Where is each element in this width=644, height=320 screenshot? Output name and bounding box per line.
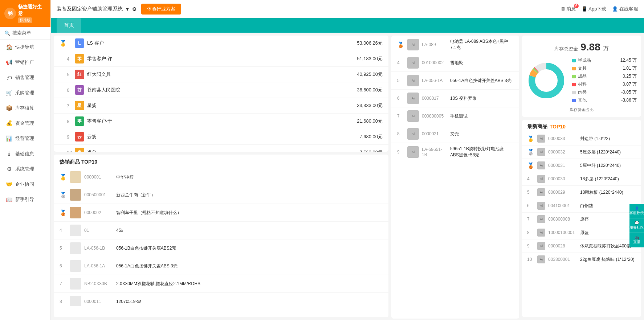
sidebar-item-label: 资金管理 — [15, 120, 34, 127]
sidebar-item-label: 库存核算 — [15, 105, 34, 111]
sidebar-menu: 🏠 快捷导航 📢 营销推广 🏷 销售管理 🛒 采购管理 📦 库存核算 💰 资金管… — [0, 40, 50, 320]
inventory-unit: 万 — [603, 45, 609, 52]
list-item: 4 01 45# — [54, 222, 388, 239]
sidebar-item-basic-info[interactable]: ℹ 基础信息 — [0, 146, 50, 161]
avatar: 红 — [75, 70, 84, 79]
float-btn-service[interactable]: 👤 客服热线 — [629, 204, 644, 218]
product-name: 59651-1B旋转投影灯电池盒 ABS黑色+58壳 — [450, 146, 513, 158]
hot-products-scroll[interactable]: 🥇 0000001 中华神箭 🥈 000500001 新西兰牛肉（新牛） 🥉 — [54, 168, 388, 306]
newest-products-scroll[interactable]: 🥇 Ai 0000033 封边带 (1.0*22) 🥈 Ai 0000032 5… — [522, 132, 641, 317]
app-name: 畅捷通好生意 — [18, 4, 46, 17]
product-thumb: Ai — [537, 175, 545, 183]
left-column: 🥇 L LS 客户 53,006.26元 4 零 零售客户·许 51,183.0… — [51, 33, 390, 320]
rank-num: 8 — [67, 119, 75, 124]
product-thumb: Ai — [407, 57, 419, 69]
inventory-chart-wrap: 半成品 12.45 万 文具 1.01 万 成品 0.25 万 — [526, 54, 637, 106]
table-row: 9 云 云扬 7,680.00元 — [54, 129, 388, 145]
sidebar-item-label: 基础信息 — [15, 151, 34, 157]
app-badge: 标准版 — [18, 17, 32, 23]
float-btn-community[interactable]: 💬 服务社区 — [629, 218, 644, 233]
avatar: 肖 — [75, 148, 84, 152]
mid-product-scroll[interactable]: 🥉 Ai LA-089 电池盖 LA-089 ABS本色+黑种 7.1克 4 A… — [391, 36, 519, 161]
product-code: 0000021 — [422, 131, 447, 136]
product-thumb: Ai — [407, 75, 419, 86]
medal-bronze-mid: 🥉 — [397, 41, 404, 48]
product-code: LA-056-1A — [422, 78, 447, 83]
legend-item: 文具 1.01 万 — [572, 65, 637, 71]
sidebar-item-inventory[interactable]: 📦 库存核算 — [0, 100, 50, 116]
operations-icon: 📊 — [6, 135, 12, 142]
app-download[interactable]: 📱 App下载 — [582, 6, 606, 12]
product-image — [70, 278, 81, 290]
online-service[interactable]: 👤 在线客服 — [612, 6, 638, 12]
medal-bronze: 🥉 — [60, 209, 67, 216]
legend-color — [572, 67, 576, 70]
sidebar-item-finance[interactable]: 💰 资金管理 — [0, 116, 50, 131]
product-image — [70, 260, 81, 272]
search-menu-item[interactable]: 🔍 搜索菜单 — [0, 27, 50, 40]
product-code: LA-089 — [422, 42, 447, 47]
product-image — [70, 171, 81, 183]
live-icon: 📺 — [635, 235, 639, 239]
sidebar-item-label: 系统管理 — [15, 166, 34, 172]
list-item: 10 Ai 003800001 22g鱼豆腐·烧烤味 (1*12*20) — [522, 253, 641, 266]
product-image — [70, 296, 81, 306]
sidebar-item-quick-nav[interactable]: 🏠 快捷导航 — [0, 40, 50, 55]
product-name: 夹壳 — [450, 131, 513, 137]
product-thumb: Ai — [407, 128, 419, 140]
search-icon: 🔍 — [4, 30, 10, 36]
guide-icon: 📖 — [6, 196, 12, 203]
medal-bronze: 🥉 — [527, 162, 534, 169]
trial-button[interactable]: 体验行业方案 — [141, 4, 181, 15]
rank-num: 4 — [67, 56, 75, 62]
sidebar-item-purchase[interactable]: 🛒 采购管理 — [0, 85, 50, 100]
search-menu-label: 搜索菜单 — [12, 30, 31, 36]
product-thumb: Ai — [407, 93, 419, 104]
product-code: 001000002 — [422, 60, 447, 65]
sidebar-item-operations[interactable]: 📊 经营管理 — [0, 131, 50, 146]
sidebar-item-marketing[interactable]: 📢 营销推广 — [0, 55, 50, 70]
list-item: 8 Ai 0000021 夹壳 — [391, 125, 519, 143]
table-row: 5 红 红太阳文具 40,925.00元 — [54, 67, 388, 82]
customer-ranking-table: 🥇 L LS 客户 53,006.26元 4 零 零售客户·许 51,183.0… — [54, 36, 388, 152]
list-item: 🥈 Ai 0000032 5厘多层 (1220*2440) — [522, 145, 641, 159]
avatar: 星 — [75, 101, 84, 110]
inventory-label: 库存总资金 — [554, 46, 578, 52]
sidebar-item-system[interactable]: ⚙ 系统管理 — [0, 161, 50, 177]
legend-item: 肉类 -0.05 万 — [572, 89, 637, 95]
sidebar-item-sales[interactable]: 🏷 销售管理 — [0, 70, 50, 85]
sidebar-item-guide[interactable]: 📖 新手引导 — [0, 192, 50, 207]
enterprise-icon: 🤝 — [6, 181, 12, 188]
message-badge[interactable]: 🖥 消息 6 — [561, 6, 576, 12]
newest-products-title: 最新商品 TOP10 — [522, 120, 641, 132]
right-column: 库存总资金 9.88 万 — [521, 33, 644, 320]
list-item: 8 Ai 10000100001 原盔 — [522, 226, 641, 239]
product-name: 10S 变料罗浆 — [450, 95, 513, 102]
newest-products-panel: 最新商品 TOP10 🥇 Ai 0000033 封边带 (1.0*22) 🥈 A… — [522, 120, 641, 317]
medal-icon: 🥇 — [60, 40, 67, 47]
legend-color — [572, 59, 576, 62]
tab-home[interactable]: 首页 — [57, 18, 81, 33]
product-thumb: Ai — [407, 146, 419, 158]
sidebar-item-enterprise[interactable]: 🤝 企业协同 — [0, 177, 50, 192]
table-row: 4 零 零售客户·许 51,183.00元 — [54, 51, 388, 67]
list-item: 🥇 Ai 0000033 封边带 (1.0*22) — [522, 132, 641, 145]
float-btn-live[interactable]: 📺 直播 — [629, 233, 644, 247]
service-icon: 👤 — [635, 206, 639, 210]
purchase-icon: 🛒 — [6, 90, 12, 96]
legend-item: 成品 0.25 万 — [572, 73, 637, 79]
product-image — [70, 207, 81, 218]
settings-icon[interactable]: ⚙ — [132, 6, 137, 12]
legend-color — [572, 83, 576, 86]
table-row: 6 苍 苍南县人民医院 36,600.00元 — [54, 82, 388, 98]
list-item: 🥉 0000002 智利车子里（规格不知道填什么） — [54, 204, 388, 222]
product-thumb: Ai — [537, 215, 545, 223]
dropdown-icon[interactable]: ▼ — [125, 6, 130, 12]
sidebar: 畅 畅捷通好生意 标准版 🔍 搜索菜单 🏠 快捷导航 📢 营销推广 🏷 销售管理… — [0, 0, 51, 320]
legend-item: 材料 0.07 万 — [572, 81, 637, 87]
list-item: 9 Ai LA-59651-1B 59651-1B旋转投影灯电池盒 ABS黑色+… — [391, 143, 519, 161]
sidebar-logo: 畅 畅捷通好生意 标准版 — [0, 0, 50, 27]
finance-icon: 💰 — [6, 120, 12, 127]
topbar-right: 🖥 消息 6 📱 App下载 👤 在线客服 — [561, 6, 638, 12]
customer-scroll[interactable]: 🥇 L LS 客户 53,006.26元 4 零 零售客户·许 51,183.0… — [54, 36, 388, 152]
